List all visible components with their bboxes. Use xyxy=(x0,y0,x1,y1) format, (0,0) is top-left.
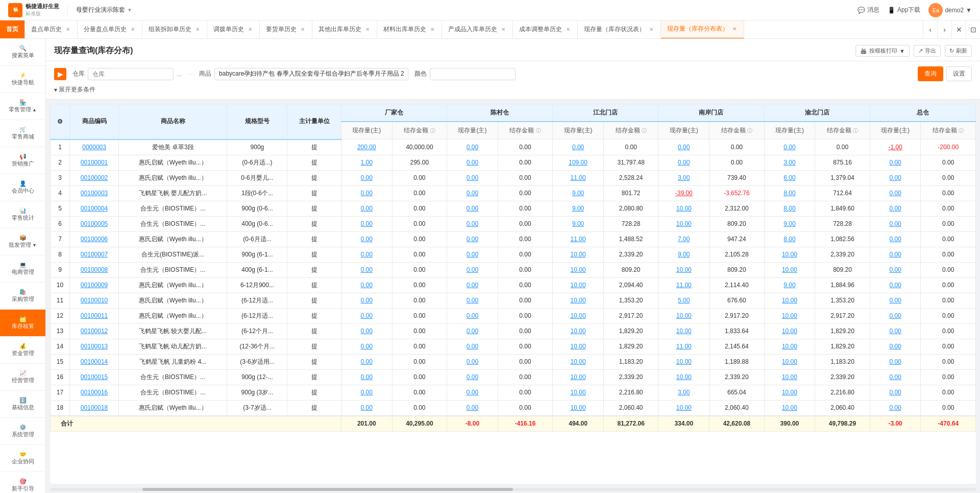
table-cell[interactable]: 0.00 xyxy=(341,277,392,293)
table-cell[interactable]: 0.00 xyxy=(870,385,921,400)
table-cell[interactable]: 0.00 xyxy=(870,308,921,323)
table-cell[interactable]: 0.00 xyxy=(658,139,709,155)
table-cell[interactable]: 10.00 xyxy=(764,293,815,308)
chencunco-amt-info-icon[interactable]: ⓘ xyxy=(536,128,541,133)
tab-purchase-order-close[interactable]: ✕ xyxy=(300,26,306,33)
table-cell[interactable]: 0.00 xyxy=(341,385,392,400)
table-cell[interactable]: 7.00 xyxy=(658,231,709,247)
table-cell[interactable]: 0.00 xyxy=(447,354,498,369)
table-cell[interactable]: 10.00 xyxy=(658,369,709,385)
table-cell[interactable]: 0.00 xyxy=(341,170,392,185)
table-cell[interactable]: 00100016 xyxy=(70,385,119,400)
table-cell[interactable]: 00100007 xyxy=(70,247,119,262)
table-cell[interactable]: 10.00 xyxy=(553,385,604,400)
table-cell[interactable]: 0.00 xyxy=(341,262,392,277)
tab-other-out-close[interactable]: ✕ xyxy=(364,26,371,33)
table-cell[interactable]: 10.00 xyxy=(553,339,604,354)
table-cell[interactable]: 10.00 xyxy=(764,339,815,354)
table-cell[interactable]: 0.00 xyxy=(870,231,921,247)
table-cell[interactable]: 0.00 xyxy=(447,216,498,231)
table-cell[interactable]: 0.00 xyxy=(341,185,392,201)
sidebar-item-purchase-mgmt[interactable]: 🛍️ 采购管理 xyxy=(0,283,45,310)
tab-branch-stocktaking[interactable]: 分量盘点单历史 ✕ xyxy=(78,20,142,39)
table-cell[interactable]: 0.00 xyxy=(870,354,921,369)
table-cell[interactable]: 10.00 xyxy=(658,262,709,277)
table-cell[interactable]: 0.00 xyxy=(764,139,815,155)
table-cell[interactable]: 0.00 xyxy=(553,139,604,155)
table-cell[interactable]: 0.00 xyxy=(341,216,392,231)
zongcang-amt-info-icon[interactable]: ⓘ xyxy=(959,128,964,133)
table-cell[interactable]: 10.00 xyxy=(553,308,604,323)
sidebar-item-basic-info[interactable]: ℹ️ 基础信息 xyxy=(0,391,45,418)
table-cell[interactable]: 0.00 xyxy=(870,170,921,185)
th-settings[interactable]: ⚙ xyxy=(51,104,70,139)
table-cell[interactable]: 8.00 xyxy=(764,231,815,247)
table-cell[interactable]: 10.00 xyxy=(553,293,604,308)
table-cell[interactable]: 10.00 xyxy=(658,400,709,416)
table-cell[interactable]: 9.00 xyxy=(764,216,815,231)
table-cell[interactable]: 00100009 xyxy=(70,277,119,293)
tab-stock-status-close[interactable]: ✕ xyxy=(648,26,654,33)
tab-assembly-close[interactable]: ✕ xyxy=(194,26,201,33)
table-cell[interactable]: 8.00 xyxy=(764,185,815,201)
table-cell[interactable]: 10.00 xyxy=(553,277,604,293)
table-cell[interactable]: 0.00 xyxy=(658,155,709,170)
table-cell[interactable]: 109.00 xyxy=(553,155,604,170)
table-cell[interactable]: 10.00 xyxy=(553,354,604,369)
table-cell[interactable]: 10.00 xyxy=(553,262,604,277)
color-input[interactable] xyxy=(430,68,516,80)
table-cell[interactable]: 10.00 xyxy=(764,262,815,277)
table-cell[interactable]: 3.00 xyxy=(764,155,815,170)
table-cell[interactable]: 0.00 xyxy=(341,308,392,323)
sidebar-item-ecom-mgmt[interactable]: 💻 电商管理 xyxy=(0,255,45,283)
table-cell[interactable]: 00100015 xyxy=(70,369,119,385)
table-cell[interactable]: 9.00 xyxy=(553,216,604,231)
table-cell[interactable]: 0.00 xyxy=(870,293,921,308)
nanan-amt-info-icon[interactable]: ⓘ xyxy=(747,128,752,133)
tab-stocktaking-close[interactable]: ✕ xyxy=(65,26,71,33)
table-cell[interactable]: 0.00 xyxy=(447,139,498,155)
table-cell[interactable]: 9.00 xyxy=(553,201,604,216)
filter-toggle-btn[interactable]: ▶ xyxy=(54,68,66,80)
table-cell[interactable]: 00100018 xyxy=(70,400,119,416)
table-cell[interactable]: 0.00 xyxy=(447,231,498,247)
filter-expand-btn[interactable]: ▾ 展开更多条件 xyxy=(54,85,972,94)
table-cell[interactable]: 0.00 xyxy=(447,201,498,216)
sidebar-item-retail-stats[interactable]: 📊 零售统计 xyxy=(0,201,45,228)
table-cell[interactable]: 0.00 xyxy=(341,369,392,385)
table-cell[interactable]: 00100014 xyxy=(70,354,119,369)
table-cell[interactable]: 10.00 xyxy=(553,323,604,339)
table-cell[interactable]: 0.00 xyxy=(447,308,498,323)
tab-product-in[interactable]: 产成品入库单历史 ✕ xyxy=(442,20,513,39)
table-cell[interactable]: 10.00 xyxy=(764,354,815,369)
sidebar-item-operation-mgmt[interactable]: 📈 经营管理 xyxy=(0,364,45,391)
table-cell[interactable]: 00100008 xyxy=(70,262,119,277)
table-cell[interactable]: 00100001 xyxy=(70,155,119,170)
warehouse-dots[interactable]: ... xyxy=(177,71,182,78)
tab-assembly[interactable]: 组装拆卸单历史 ✕ xyxy=(142,20,207,39)
sidebar-item-stock-check[interactable]: 🗂️ 库存核算 xyxy=(0,310,45,337)
tab-transfer-close[interactable]: ✕ xyxy=(247,26,253,33)
table-cell[interactable]: 0.00 xyxy=(447,339,498,354)
table-cell[interactable]: 10.00 xyxy=(658,216,709,231)
nav-prev-btn[interactable]: ‹ xyxy=(923,20,937,39)
table-cell[interactable]: 0.00 xyxy=(870,201,921,216)
product-input[interactable] xyxy=(214,68,408,80)
nav-expand-btn[interactable]: ⊡ xyxy=(966,20,980,39)
table-cell[interactable]: -39.00 xyxy=(658,185,709,201)
table-cell[interactable]: 00100013 xyxy=(70,339,119,354)
table-cell[interactable]: 00100004 xyxy=(70,201,119,216)
table-cell[interactable]: 10.00 xyxy=(658,323,709,339)
table-cell[interactable]: 10.00 xyxy=(764,400,815,416)
user-area[interactable]: Ea demo2 ▼ xyxy=(928,3,972,17)
table-cell[interactable]: 0.00 xyxy=(447,155,498,170)
tab-stock-status[interactable]: 现存量（库存状况表） ✕ xyxy=(578,20,661,39)
sidebar-item-member-center[interactable]: 👤 会员中心 xyxy=(0,174,45,201)
table-cell[interactable]: 0.00 xyxy=(341,293,392,308)
table-cell[interactable]: 0.00 xyxy=(341,201,392,216)
table-cell[interactable]: 0.00 xyxy=(447,185,498,201)
table-cell[interactable]: 0.00 xyxy=(341,354,392,369)
table-cell[interactable]: 0.00 xyxy=(870,323,921,339)
table-cell[interactable]: 9.00 xyxy=(658,247,709,262)
table-cell[interactable]: 0.00 xyxy=(341,231,392,247)
